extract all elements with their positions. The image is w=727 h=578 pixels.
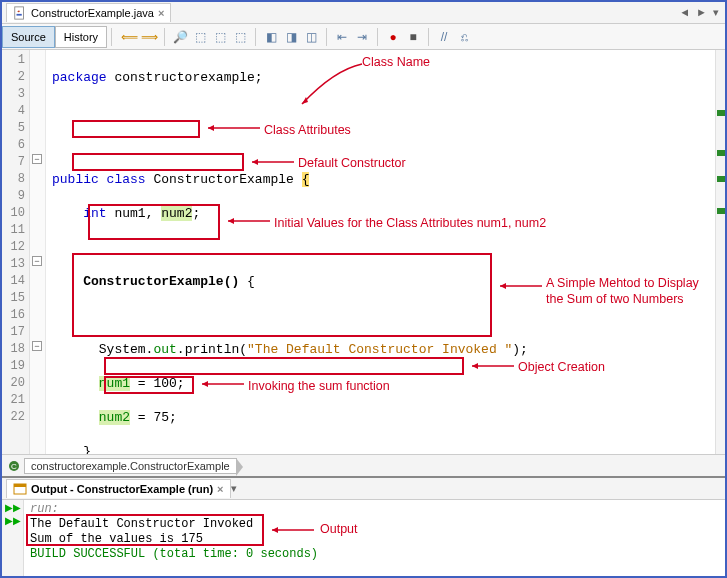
uncomment-icon[interactable]: ⎌ [455,28,473,46]
find-sel-icon[interactable]: 🔎 [171,28,189,46]
output-tab[interactable]: Output - ConstructorExample (run) × [6,479,231,498]
highlight-box [72,253,492,337]
close-icon[interactable]: × [158,7,164,19]
shift-right-icon[interactable]: ⇥ [353,28,371,46]
breadcrumb: C constructorexample.ConstructorExample [2,454,725,476]
annotation: Default Constructor [298,155,406,172]
nav-back-icon[interactable]: ⟸ [120,28,138,46]
run-icon[interactable]: ▶▶ [5,515,21,526]
code-line: ConstructorExample() { [52,273,715,290]
console-line: The Default Constructor Invoked [30,517,719,532]
prev-icon[interactable]: ◄ [679,6,690,19]
editor-toolbar: Source History ⟸ ⟹ 🔎 ⬚ ⬚ ⬚ ◧ ◨ ◫ ⇤ ⇥ ● ■… [2,24,725,50]
console-line: BUILD SUCCESSFUL (total time: 0 seconds) [30,547,719,562]
svg-rect-11 [14,484,26,487]
toggle-hl-icon[interactable]: ⬚ [231,28,249,46]
code-line: num1 = 100; [52,375,715,392]
ide-window: ConstructorExample.java × ◄ ► ▾ Source H… [0,0,727,578]
output-icon [13,482,27,496]
svg-text:C: C [11,462,17,471]
toolbar-icons: ⟸ ⟹ 🔎 ⬚ ⬚ ⬚ ◧ ◨ ◫ ⇤ ⇥ ● ■ // ⎌ [116,28,473,46]
stop-macro-icon[interactable]: ■ [404,28,422,46]
code-line [52,239,715,256]
next-bookmark-icon[interactable]: ◨ [282,28,300,46]
code-line: public class ConstructorExample { [52,171,715,188]
editor-tabs: ConstructorExample.java × ◄ ► ▾ [2,2,725,24]
fold-column: − − − [30,50,46,454]
annotation: Object Creation [518,359,605,376]
fold-toggle-icon[interactable]: − [32,256,42,266]
svg-rect-0 [15,7,24,19]
error-stripe [715,50,725,454]
class-icon: C [8,460,20,472]
editor-window-controls: ◄ ► ▾ [679,6,725,19]
comment-icon[interactable]: // [435,28,453,46]
code-editor[interactable]: 1 2 3 4 5 6 7 8 9 10 11 12 13 14 15 16 1… [2,50,725,454]
menu-icon[interactable]: ▾ [713,6,719,19]
breadcrumb-item[interactable]: constructorexample.ConstructorExample [24,458,237,474]
find-prev-icon[interactable]: ⬚ [191,28,209,46]
console-line: run: [30,502,719,517]
toggle-bookmark-icon[interactable]: ◫ [302,28,320,46]
source-tab[interactable]: Source [2,26,55,48]
prev-bookmark-icon[interactable]: ◧ [262,28,280,46]
next-icon[interactable]: ► [696,6,707,19]
highlight-box [72,120,200,138]
output-tab-label: Output - ConstructorExample (run) [31,483,213,495]
highlight-box [72,153,244,171]
code-line [52,137,715,154]
code-line [52,103,715,120]
shift-left-icon[interactable]: ⇤ [333,28,351,46]
output-controls: ▶▶ ▶▶ [2,500,24,576]
console[interactable]: run: The Default Constructor Invoked Sum… [24,500,725,576]
close-icon[interactable]: × [217,483,223,495]
code-line: } [52,443,715,454]
start-macro-icon[interactable]: ● [384,28,402,46]
history-tab[interactable]: History [55,26,107,48]
fold-toggle-icon[interactable]: − [32,154,42,164]
code-line: System.out.println("The Default Construc… [52,341,715,358]
find-next-icon[interactable]: ⬚ [211,28,229,46]
output-tabs: Output - ConstructorExample (run) × ▾ [2,478,725,500]
output-panel: Output - ConstructorExample (run) × ▾ ▶▶… [2,476,725,576]
console-line: Sum of the values is 175 [30,532,719,547]
code-line: num2 = 75; [52,409,715,426]
annotation: the Sum of two Numbers [546,291,684,308]
nav-fwd-icon[interactable]: ⟹ [140,28,158,46]
svg-rect-1 [17,14,22,16]
file-tab-label: ConstructorExample.java [31,7,154,19]
highlight-box [104,357,464,375]
line-number-gutter: 1 2 3 4 5 6 7 8 9 10 11 12 13 14 15 16 1… [2,50,30,454]
java-file-icon [13,6,27,20]
rerun-icon[interactable]: ▶▶ [5,502,21,513]
fold-toggle-icon[interactable]: − [32,341,42,351]
code-area[interactable]: package constructorexample; public class… [46,50,715,454]
menu-icon[interactable]: ▾ [231,482,237,495]
file-tab[interactable]: ConstructorExample.java × [6,3,171,22]
code-line [52,307,715,324]
code-line: package constructorexample; [52,69,715,86]
code-line: int num1, num2; [52,205,715,222]
